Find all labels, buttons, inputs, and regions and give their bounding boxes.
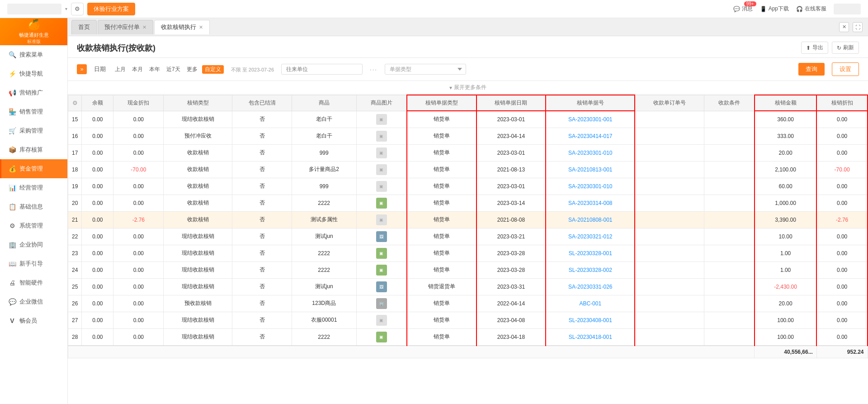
bill-no-link[interactable]: SA-20210808-001 [568,217,612,223]
marketing-icon: 📢 [9,89,16,96]
bill-no-link[interactable]: SA-20230301-001 [568,116,612,123]
query-btn[interactable]: 查询 [798,63,825,76]
date-option-this-month[interactable]: 本月 [130,65,145,74]
cell-cancel-bill-no[interactable]: SA-20230331-026 [546,278,635,295]
date-option-custom[interactable]: 自定义 [202,65,224,74]
cell-cancel-bill-no[interactable]: SL-20230418-001 [546,328,635,346]
cell-cancel-type: 预收款核销 [164,295,232,312]
sidebar-item-quicknav[interactable]: ⚡ 快捷导航 [0,64,67,83]
cell-balance: 0.00 [82,111,113,128]
bill-no-link[interactable]: SL-20230408-001 [569,317,612,323]
tab-prepay[interactable]: 预付冲应付单 ✕ [98,20,153,34]
cell-cash-discount: 0.00 [113,261,164,278]
cell-num: 24 [68,261,82,278]
tab-home[interactable]: 首页 [71,20,97,34]
cell-goods-img: ▣ [356,161,407,178]
main-layout: 🍊 畅捷通好生意 标准版 🔍 搜索菜单 ⚡ 快捷导航 📢 营销推广 🏪 销售管理… [0,18,868,404]
bill-no-link[interactable]: SA-20230314-008 [568,200,612,206]
sidebar-item-enterprise[interactable]: 🏢 企业协同 [0,235,67,254]
date-option-this-year[interactable]: 本年 [147,65,162,74]
sidebar-item-guide[interactable]: 📖 新手引导 [0,254,67,273]
cell-cancel-bill-no[interactable]: SA-20210808-001 [546,211,635,228]
receipt-type-select[interactable]: 单据类型 [385,64,466,75]
sidebar-item-sales[interactable]: 🏪 销售管理 [0,102,67,121]
refresh-btn[interactable]: ↻ 刷新 [832,42,859,54]
expand-conditions-bar[interactable]: ▾ 展开更多条件 [68,81,868,95]
tab-prepay-close[interactable]: ✕ [142,24,146,30]
settings-text-btn[interactable]: 设置 [832,62,859,76]
cell-include-closed: 否 [232,228,292,245]
tab-receipt[interactable]: 收款核销执行 ✕ [154,20,210,34]
cell-cancel-type: 收款核销 [164,195,232,211]
sidebar-item-business[interactable]: 📊 经营管理 [0,178,67,197]
th-settings[interactable]: ⚙ [68,95,82,111]
bill-no-link[interactable]: SA-20230331-026 [568,284,612,290]
cell-include-closed: 否 [232,245,292,261]
cell-cancel-bill-no[interactable]: SL-20230408-001 [546,312,635,328]
message-icon: 💬 [733,6,740,12]
bill-no-link[interactable]: SL-20230328-002 [569,267,612,273]
date-option-7days[interactable]: 近7天 [165,65,182,74]
bill-no-link[interactable]: SA-20210813-001 [568,166,612,173]
date-option-more[interactable]: 更多 [185,65,199,74]
industry-btn[interactable]: 休验行业方案 [87,3,135,15]
cell-cancel-bill-no[interactable]: SA-20230314-008 [546,195,635,211]
cell-cancel-bill-no[interactable]: SA-20230321-012 [546,228,635,245]
th-cancel-bill-type: 核销单据类型 [407,95,476,111]
counterpart-input[interactable] [281,64,363,75]
sidebar-item-search[interactable]: 🔍 搜索菜单 [0,45,67,64]
cell-cancel-bill-no[interactable]: ABC-001 [546,295,635,312]
expand-window-btn[interactable]: ⛶ [853,22,863,32]
export-btn[interactable]: ⬆ 导出 [801,42,828,54]
cell-cancel-bill-type: 销货单 [407,312,476,328]
tab-receipt-close[interactable]: ✕ [199,24,203,30]
bill-no-link[interactable]: ABC-001 [579,300,601,307]
table-row: 26 0.00 0.00 预收款核销 否 123D商品 🏢 销货单 2022-0… [68,295,868,312]
cell-goods-img: ▣ [356,245,407,261]
table-row: 15 0.00 0.00 现结收款核销 否 老白干 ▣ 销货单 2023-03-… [68,111,868,128]
business-icon: 📊 [9,184,16,191]
cell-cancel-bill-no[interactable]: SL-20230328-001 [546,245,635,261]
table-row: 19 0.00 0.00 收款核销 否 999 ▣ 销货单 2023-03-01… [68,178,868,195]
bill-no-link[interactable]: SL-20230418-001 [569,334,612,340]
tab-prepay-label: 预付冲应付单 [104,23,140,31]
sidebar-item-purchase[interactable]: 🛒 采购管理 [0,121,67,140]
gear-icon[interactable]: ⚙ [72,100,78,106]
cell-goods: 老白干 [292,128,356,144]
bill-no-link[interactable]: SA-20230321-012 [568,233,612,240]
sidebar-label-basic: 基础信息 [19,203,43,211]
bill-no-link[interactable]: SA-20230301-010 [568,150,612,156]
sidebar-item-basic[interactable]: 📋 基础信息 [0,197,67,216]
sidebar-item-marketing[interactable]: 📢 营销推广 [0,83,67,102]
bill-no-link[interactable]: SL-20230328-001 [569,250,612,257]
sidebar-item-inventory[interactable]: 📦 库存核算 [0,140,67,159]
sidebar-label-business: 经营管理 [19,184,43,192]
close-window-btn[interactable]: ✕ [839,22,849,32]
sidebar-item-hardware[interactable]: 🖨 智能硬件 [0,273,67,292]
cell-cancel-bill-no[interactable]: SA-20230414-017 [546,128,635,144]
filter-expand-btn[interactable]: » [77,64,87,74]
messages-btn[interactable]: 💬 消息 99+ [733,5,753,13]
sidebar-item-member[interactable]: V 畅会员 [0,311,67,330]
cell-cancel-bill-no[interactable]: SL-20230328-002 [546,261,635,278]
online-service-btn[interactable]: 🎧 在线客服 [796,5,826,13]
company-dropdown-arrow[interactable]: ▾ [65,6,67,11]
cell-cancel-bill-no[interactable]: SA-20230301-010 [546,178,635,195]
user-area[interactable] [834,4,861,14]
cell-cancel-bill-type: 销货单 [407,228,476,245]
cell-cancel-amount: 100.00 [755,328,816,346]
sidebar-item-finance[interactable]: 💰 资金管理 [0,159,67,178]
cell-cancel-bill-no[interactable]: SA-20230301-001 [546,111,635,128]
table-header-row: ⚙ 余额 现金折扣 核销类型 包含已结清 商品 商品图片 核销单据类型 核销单据… [68,95,868,111]
app-download-btn[interactable]: 📱 App下载 [760,5,789,13]
bill-no-link[interactable]: SA-20230301-010 [568,183,612,190]
sidebar-item-wechat[interactable]: 💬 企业微信 [0,292,67,311]
sidebar-item-system[interactable]: ⚙ 系统管理 [0,216,67,235]
settings-icon-btn[interactable]: ⚙ [71,3,84,15]
cell-cancel-bill-no[interactable]: SA-20210813-001 [546,161,635,178]
cell-include-closed: 否 [232,195,292,211]
date-option-last-month[interactable]: 上月 [113,65,127,74]
cell-cancel-discount: -2.76 [816,211,868,228]
cell-cancel-bill-no[interactable]: SA-20230301-010 [546,144,635,161]
bill-no-link[interactable]: SA-20230414-017 [568,133,612,139]
